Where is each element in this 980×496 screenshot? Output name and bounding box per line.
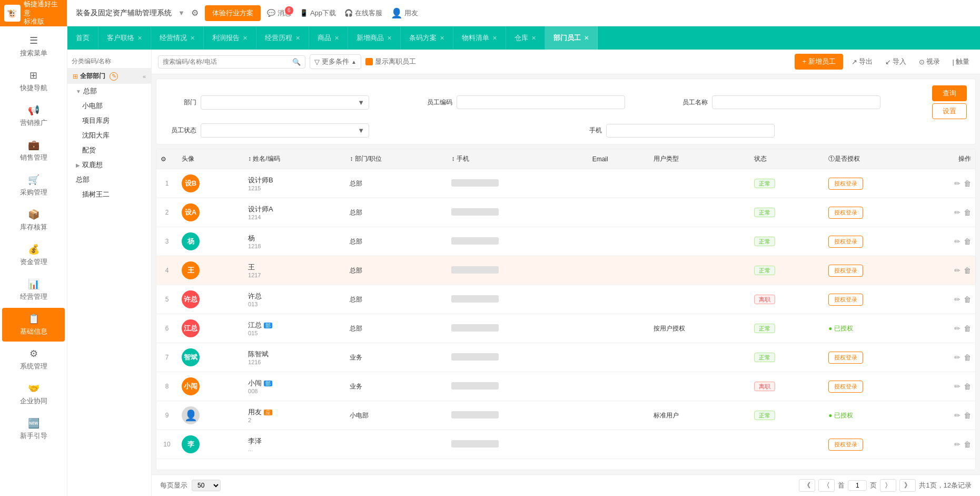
tree-node-project[interactable]: 项目库房 <box>67 113 151 128</box>
edit-icon[interactable]: ✏ <box>954 440 961 449</box>
edit-icon[interactable]: ✎ <box>110 72 118 81</box>
page-size-select[interactable]: 50 100 200 <box>192 480 221 491</box>
sidebar-item-basic[interactable]: 📋 基础信息 <box>2 308 65 342</box>
tab-barcode[interactable]: 条码方案 ✕ <box>401 26 453 50</box>
tab-customer[interactable]: 客户联络 ✕ <box>98 26 151 50</box>
tab-bom[interactable]: 物料清单 ✕ <box>453 26 506 50</box>
query-btn[interactable]: 查询 <box>932 85 967 101</box>
phone-input[interactable] <box>606 124 775 138</box>
edit-icon[interactable]: ✏ <box>954 295 961 304</box>
auth-btn[interactable]: 授权登录 <box>828 178 863 190</box>
set-btn[interactable]: 设置 <box>932 103 967 119</box>
edit-icon[interactable]: ✏ <box>954 411 961 420</box>
sidebar-item-guide[interactable]: 🆕 新手引导 <box>2 412 65 446</box>
auth-btn[interactable]: 授权登录 <box>828 381 863 393</box>
resigned-checkbox[interactable] <box>365 58 373 65</box>
close-icon[interactable]: ✕ <box>440 35 444 42</box>
app-download-btn[interactable]: 📱 App下载 <box>300 8 336 18</box>
auth-btn[interactable]: 授权登录 <box>828 439 863 451</box>
close-icon[interactable]: ✕ <box>190 35 195 42</box>
delete-icon[interactable]: 🗑 <box>964 208 971 217</box>
sidebar-item-search[interactable]: ☰ 搜索菜单 <box>2 30 65 63</box>
tab-goods[interactable]: 商品 ✕ <box>309 26 348 50</box>
export-btn[interactable]: ↗ 导出 <box>847 55 877 69</box>
last-page-btn[interactable]: 》 <box>899 479 916 492</box>
tree-search-input[interactable] <box>72 57 151 65</box>
sidebar-item-stock[interactable]: 📦 库存核算 <box>2 203 65 237</box>
edit-icon[interactable]: ✏ <box>954 382 961 391</box>
close-icon[interactable]: ✕ <box>243 35 248 42</box>
close-icon[interactable]: ✕ <box>584 35 589 42</box>
auth-btn[interactable]: 授权登录 <box>828 294 863 306</box>
close-icon[interactable]: ✕ <box>531 35 536 42</box>
sidebar-item-purchase[interactable]: 🛒 采购管理 <box>2 169 65 202</box>
search-icon[interactable]: 🔍 <box>292 58 301 66</box>
emp-code-input[interactable] <box>457 95 625 109</box>
tab-history[interactable]: 经营历程 ✕ <box>256 26 309 50</box>
more-btn[interactable]: | 触量 <box>948 55 974 69</box>
collapse-icon[interactable]: « <box>143 73 146 80</box>
edit-icon[interactable]: ✏ <box>954 237 961 246</box>
col-dept[interactable]: ↕ 部门/职位 <box>345 149 447 169</box>
auth-btn[interactable]: 授权登录 <box>828 207 863 219</box>
col-name[interactable]: ↕ 姓名/编码 <box>244 149 345 169</box>
tree-node-distribution[interactable]: 配货 <box>67 143 151 158</box>
page-input[interactable] <box>848 480 867 491</box>
dropdown-arrow[interactable]: ▼ <box>178 9 185 17</box>
tab-add-goods[interactable]: 新增商品 ✕ <box>348 26 401 50</box>
delete-icon[interactable]: 🗑 <box>964 440 971 449</box>
show-resigned-check[interactable]: 显示离职员工 <box>365 57 416 66</box>
import-btn[interactable]: ↙ 导入 <box>881 55 910 69</box>
tree-node-shenyang[interactable]: 沈阳大库 <box>67 128 151 143</box>
tree-node-shuanglu[interactable]: ▶ 双鹿想 <box>67 158 151 172</box>
sidebar-item-nav[interactable]: ⊞ 快捷导航 <box>2 64 65 98</box>
tree-node-hq2[interactable]: 总部 <box>67 172 151 187</box>
prev-page-btn[interactable]: 〈 <box>818 479 835 492</box>
tab-profit[interactable]: 利润报告 ✕ <box>204 26 256 50</box>
edit-icon[interactable]: ✏ <box>954 324 961 333</box>
delete-icon[interactable]: 🗑 <box>964 382 971 391</box>
sidebar-item-operation[interactable]: 📊 经营管理 <box>2 273 65 307</box>
tree-all-dept[interactable]: ⊞ 全部部门 ✎ « <box>67 69 151 84</box>
next-page-btn[interactable]: 〉 <box>880 479 896 492</box>
tab-employees[interactable]: 部门员工 ✕ <box>545 26 598 50</box>
col-phone[interactable]: ↕ 手机 <box>447 149 588 169</box>
more-filter-btn[interactable]: ▽ 更多条件 ▲ <box>310 54 361 69</box>
tree-node-electronics[interactable]: 小电部 <box>67 99 151 113</box>
tree-node-chashuwang[interactable]: 插树王二 <box>67 187 151 202</box>
edit-icon[interactable]: ✏ <box>954 208 961 217</box>
edit-icon[interactable]: ✏ <box>954 179 961 188</box>
delete-icon[interactable]: 🗑 <box>964 353 971 362</box>
emp-name-input[interactable] <box>712 95 880 109</box>
close-icon[interactable]: ✕ <box>295 35 300 42</box>
edit-icon[interactable]: ✏ <box>954 266 961 275</box>
settings-icon[interactable]: ⚙ <box>191 8 199 18</box>
add-employee-btn[interactable]: + 新增员工 <box>795 54 843 70</box>
sidebar-item-finance[interactable]: 💰 资金管理 <box>2 238 65 272</box>
first-page-btn[interactable]: 《 <box>799 479 815 492</box>
tab-home[interactable]: 首页 <box>67 26 98 50</box>
sidebar-item-sales[interactable]: 💼 销售管理 <box>2 134 65 168</box>
delete-icon[interactable]: 🗑 <box>964 324 971 333</box>
online-service-btn[interactable]: 🎧 在线客服 <box>344 8 382 18</box>
search-input[interactable] <box>163 58 290 65</box>
tree-node-hq[interactable]: ▼ 总部 <box>67 84 151 99</box>
close-icon[interactable]: ✕ <box>387 35 392 42</box>
sidebar-item-marketing[interactable]: 📢 营销推广 <box>2 99 65 133</box>
sidebar-item-system[interactable]: ⚙ 系统管理 <box>2 343 65 376</box>
auth-btn[interactable]: 授权登录 <box>828 236 863 248</box>
emp-status-select[interactable]: ▼ <box>201 123 369 138</box>
edit-icon[interactable]: ✏ <box>954 353 961 362</box>
delete-icon[interactable]: 🗑 <box>964 295 971 304</box>
delete-icon[interactable]: 🗑 <box>964 411 971 420</box>
view-btn[interactable]: ⊙ 视录 <box>915 55 944 69</box>
sidebar-item-collab[interactable]: 🤝 企业协同 <box>2 377 65 411</box>
dept-select[interactable]: ▼ <box>201 95 369 110</box>
close-icon[interactable]: ✕ <box>492 35 497 42</box>
experience-btn[interactable]: 体验行业方案 <box>205 5 261 21</box>
col-settings[interactable]: ⚙ <box>156 149 177 169</box>
close-icon[interactable]: ✕ <box>137 35 142 42</box>
delete-icon[interactable]: 🗑 <box>964 179 971 188</box>
user-avatar-btn[interactable]: 👤 用友 <box>391 7 418 19</box>
auth-btn[interactable]: 授权登录 <box>828 352 863 364</box>
